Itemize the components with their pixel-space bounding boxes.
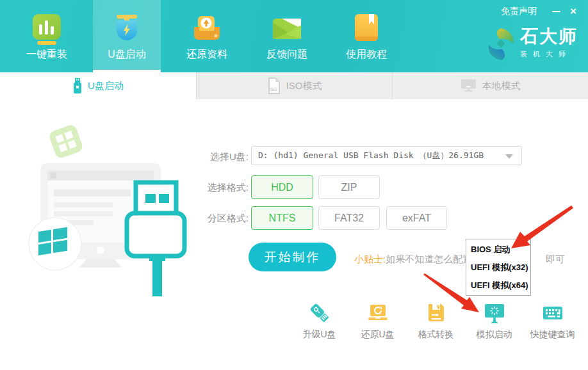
menu-item-tutorial[interactable]: 使用教程 [332,0,400,72]
tab-usb-boot[interactable]: U盘启动 [0,72,196,99]
tip-prefix: 小贴士: [354,253,386,264]
tip-text: 小贴士:如果不知道怎么配置 [354,253,472,266]
partition-option-exfat[interactable]: exFAT [386,206,447,230]
chevron-down-icon [505,154,513,159]
partition-select-label: 分区格式: [206,213,249,225]
brand-logo: 石大师 装机大师 [487,26,578,63]
upgrade-usb-icon [307,300,332,325]
tab-iso-mode[interactable]: ISO ISO模式 [196,72,392,99]
book-icon [351,13,382,46]
tab-label: 本地模式 [482,80,521,92]
usb-select-label: 选择U盘: [206,151,249,163]
minimize-icon [552,11,560,13]
tip-text-suffix: 即可 [546,253,565,266]
format-option-zip[interactable]: ZIP [318,175,380,199]
tool-simulate-boot[interactable]: 模拟启动 [465,300,523,341]
iso-file-icon: ISO [267,77,281,94]
hotkey-icon [541,300,565,325]
usb-select-dropdown[interactable]: D: (hd1) General USB Flash Disk （U盘）26.9… [251,146,522,165]
menu-label: 使用教程 [346,48,387,61]
minimize-button[interactable] [550,5,562,18]
shield-bolt-icon [111,13,142,46]
tip-body: 如果不知道怎么配置 [386,253,472,264]
top-bar: 一键重装 U盘启动 [0,0,588,72]
partition-option-ntfs[interactable]: NTFS [251,206,313,230]
iso-badge: ISO [270,87,277,92]
usb-computer-illustration [22,115,195,307]
tool-label: 模拟启动 [477,329,512,341]
popup-item-uefi-x64[interactable]: UEFI 模拟(x64) [466,277,530,294]
menu-item-reinstall[interactable]: 一键重装 [13,0,81,72]
close-button[interactable]: × [567,5,580,18]
restore-usb-icon [366,300,390,325]
tool-label: 格式转换 [418,329,454,341]
menu-label: 反馈问题 [266,48,307,61]
partition-option-fat32[interactable]: FAT32 [318,206,380,230]
tool-upgrade-usb[interactable]: 升级U盘 [290,300,348,341]
simulate-boot-icon [482,300,507,325]
brand-subtitle: 装机大师 [520,49,578,59]
tool-hotkey-lookup[interactable]: 快捷键查询 [523,300,582,341]
menu-label: 还原资料 [186,48,227,61]
tab-label: ISO模式 [286,80,322,92]
menu-label: U盘启动 [108,48,146,61]
format-select-label: 选择格式: [206,182,249,194]
format-convert-icon [424,300,448,325]
tool-restore-usb[interactable]: 还原U盘 [348,300,407,341]
usb-select-value: D: (hd1) General USB Flash Disk （U盘）26.9… [258,150,484,161]
tab-local-mode[interactable]: 本地模式 [392,72,588,99]
popup-item-bios[interactable]: BIOS 启动 [466,241,530,259]
boot-mode-popup: BIOS 启动 UEFI 模拟(x32) UEFI 模拟(x64) [466,239,531,296]
restore-box-icon [192,13,222,46]
menu-item-usb-boot[interactable]: U盘启动 [93,0,161,72]
tool-label: 升级U盘 [302,329,336,341]
app-window: 一键重装 U盘启动 [0,0,588,370]
tool-label: 快捷键查询 [530,329,575,341]
tool-format-convert[interactable]: 格式转换 [407,300,465,341]
start-make-button[interactable]: 开始制作 [249,243,336,271]
menu-item-feedback[interactable]: 反馈问题 [253,0,321,72]
usb-icon [72,77,83,94]
tool-label: 还原U盘 [361,329,394,341]
brand-swirl-icon [487,26,515,63]
bottom-toolbar: 升级U盘 还原U盘 [290,300,582,341]
monitor-icon [461,79,477,93]
tab-label: U盘启动 [88,80,124,92]
format-option-hdd[interactable]: HDD [251,175,313,199]
menu-label: 一键重装 [26,48,67,61]
disclaimer-link[interactable]: 免责声明 [501,6,537,17]
envelope-icon [272,13,302,46]
popup-item-uefi-x32[interactable]: UEFI 模拟(x32) [466,259,530,277]
mode-tabs: U盘启动 ISO ISO模式 本地模式 [0,72,588,99]
menu-item-restore-data[interactable]: 还原资料 [173,0,241,72]
chart-icon [31,13,62,46]
brand-name: 石大师 [520,26,578,47]
